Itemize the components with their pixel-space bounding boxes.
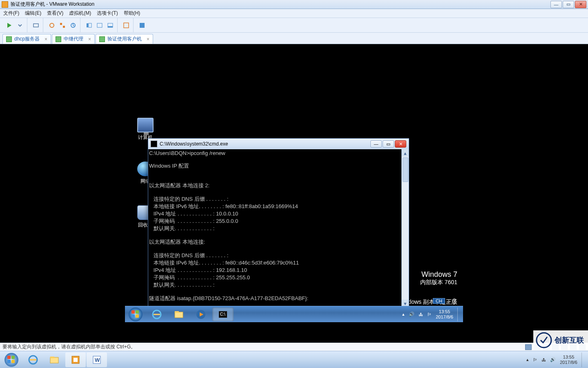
svg-rect-10 — [108, 26, 113, 27]
tray-volume-icon[interactable]: 🔊 — [550, 357, 556, 362]
host-system-tray: ▴ 🏳 🖧 🔊 13:55 2017/8/6 — [526, 352, 588, 367]
host-maximize-button[interactable]: ▭ — [563, 1, 574, 8]
view-thumbnail-button[interactable] — [106, 21, 115, 30]
menu-view[interactable]: 查看(V) — [47, 10, 63, 17]
tray-flag-icon[interactable]: 🏳 — [533, 357, 537, 362]
vmware-toolbar — [0, 18, 588, 33]
svg-marker-0 — [7, 23, 11, 28]
tray-chevron-icon[interactable]: ▴ — [526, 357, 529, 362]
lang-options-icon[interactable]: ⌄ ❔ — [447, 298, 457, 304]
tray-network-icon[interactable]: 🖧 — [419, 312, 423, 317]
tab-relay[interactable]: 中继代理× — [52, 34, 95, 44]
tab-label: 中继代理 — [64, 36, 83, 43]
guest-start-button[interactable] — [127, 306, 145, 323]
show-desktop-button[interactable] — [457, 307, 461, 321]
svg-point-25 — [4, 353, 18, 367]
lang-indicator[interactable]: CH — [433, 298, 445, 304]
svg-rect-12 — [140, 23, 145, 28]
svg-text:C:\: C:\ — [220, 312, 225, 316]
svg-rect-6 — [87, 23, 88, 27]
vmware-status-text: 要将输入定向到该虚拟机，请在虚拟机内部单击或按 Ctrl+G。 — [2, 343, 136, 350]
host-start-button[interactable] — [0, 352, 23, 368]
svg-text:W: W — [95, 357, 100, 363]
host-window-title: 验证使用客户机 - VMware Workstation — [11, 1, 550, 8]
host-pin-word[interactable]: W — [87, 352, 107, 367]
revert-button[interactable] — [69, 21, 78, 30]
snapshot-button[interactable] — [47, 21, 56, 30]
toolbar-dropdown[interactable] — [16, 21, 24, 30]
cmd-minimize-button[interactable]: — — [370, 140, 382, 148]
tab-close-icon[interactable]: × — [45, 36, 47, 42]
page-watermark: 创新互联 — [533, 330, 588, 350]
svg-rect-7 — [89, 23, 91, 27]
cmd-maximize-button[interactable]: ▭ — [383, 140, 394, 148]
menu-help[interactable]: 帮助(H) — [124, 10, 140, 17]
scroll-thumb[interactable] — [403, 157, 408, 182]
guest-task-explorer[interactable] — [168, 307, 189, 321]
tray-action-icon[interactable]: 🏳 — [427, 312, 432, 317]
tab-close-icon[interactable]: × — [147, 36, 149, 42]
svg-point-2 — [50, 23, 54, 27]
svg-point-37 — [537, 333, 551, 348]
power-on-button[interactable] — [5, 21, 14, 30]
snapshot-manager-button[interactable] — [58, 21, 67, 30]
svg-rect-15 — [136, 310, 139, 314]
menu-tabs[interactable]: 选项卡(T) — [97, 10, 118, 17]
svg-rect-16 — [131, 314, 135, 318]
menu-edit[interactable]: 编辑(E) — [25, 10, 41, 17]
svg-rect-4 — [63, 26, 65, 28]
unity-button[interactable] — [122, 21, 131, 30]
host-pin-explorer[interactable] — [44, 352, 65, 367]
guest-task-cmd[interactable]: C:\ — [212, 307, 234, 321]
send-cad-button[interactable] — [31, 21, 40, 30]
host-pin-ie[interactable] — [23, 352, 43, 367]
svg-rect-27 — [11, 356, 15, 359]
vmware-icon — [2, 1, 8, 8]
menu-file[interactable]: 文件(F) — [3, 10, 19, 17]
cmd-title-text: C:\Windows\system32\cmd.exe — [160, 141, 370, 147]
vm-console[interactable]: 计算机 网络 回收站 Windows 7 内部版本 7601 此 Windows… — [0, 44, 588, 351]
host-show-desktop-button[interactable] — [581, 352, 586, 367]
svg-rect-19 — [175, 312, 183, 318]
guest-taskbar: C:\ ▴ 🔊 🖧 🏳 13:55 2017/8/6 — [125, 306, 463, 322]
guest-language-bar[interactable]: CH ⌄ ❔ — [433, 298, 457, 304]
guest-clock[interactable]: 13:55 2017/8/6 — [436, 309, 453, 319]
guest-task-ie[interactable] — [146, 307, 167, 321]
host-close-button[interactable]: ✕ — [575, 1, 586, 8]
svg-rect-26 — [7, 356, 11, 359]
tray-flag-icon[interactable]: ▴ — [402, 312, 405, 317]
svg-rect-29 — [11, 360, 15, 363]
host-clock[interactable]: 13:55 2017/8/6 — [560, 355, 577, 364]
svg-rect-28 — [7, 360, 11, 363]
svg-rect-1 — [33, 24, 38, 27]
cmd-scrollbar[interactable]: ▴ ▾ — [401, 149, 409, 307]
cmd-close-button[interactable]: ✕ — [395, 140, 406, 148]
scroll-up-icon[interactable]: ▴ — [402, 149, 409, 157]
cmd-icon — [151, 141, 157, 147]
cmd-titlebar[interactable]: C:\Windows\system32\cmd.exe — ▭ ✕ — [148, 139, 409, 149]
clock-time: 13:55 — [560, 355, 577, 359]
host-pin-vmware[interactable] — [65, 352, 86, 367]
view-sidebar-button[interactable] — [85, 21, 94, 30]
menu-vm[interactable]: 虚拟机(M) — [69, 10, 91, 17]
svg-rect-3 — [60, 23, 62, 25]
svg-rect-17 — [136, 314, 139, 318]
guest-task-mediaplayer[interactable] — [190, 307, 212, 321]
tab-close-icon[interactable]: × — [88, 36, 91, 42]
tray-network-icon[interactable]: 🖧 — [541, 357, 546, 362]
svg-rect-14 — [131, 310, 135, 314]
tab-client[interactable]: 验证使用客户机× — [96, 34, 153, 44]
view-console-button[interactable] — [95, 21, 104, 30]
tray-volume-icon[interactable]: 🔊 — [409, 312, 414, 317]
svg-rect-31 — [50, 357, 58, 363]
cmd-window[interactable]: C:\Windows\system32\cmd.exe — ▭ ✕ C:\Use… — [148, 138, 409, 307]
cmd-output[interactable]: C:\Users\BDQN>ipconfig /renew Windows IP… — [148, 149, 409, 307]
clock-date: 2017/8/6 — [560, 360, 577, 365]
host-minimize-button[interactable]: — — [550, 1, 562, 8]
fullscreen-button[interactable] — [138, 21, 147, 30]
svg-rect-32 — [50, 357, 54, 358]
desktop-icon-computer[interactable]: 计算机 — [133, 118, 158, 141]
tab-dhcp[interactable]: dhcp服务器× — [2, 34, 51, 44]
vmware-tab-bar: dhcp服务器× 中继代理× 验证使用客户机× — [0, 33, 588, 44]
svg-rect-8 — [97, 23, 102, 27]
